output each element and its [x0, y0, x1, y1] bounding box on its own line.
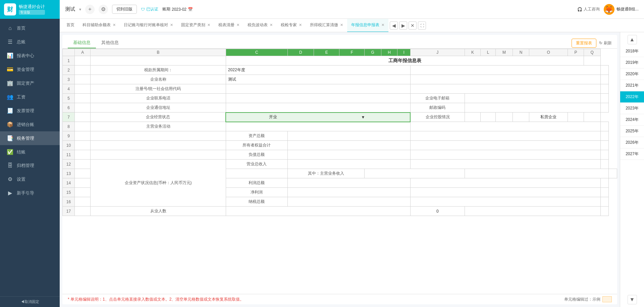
tab-aux-balance[interactable]: 科目辅助余额表 ✕ [78, 19, 120, 32]
tab-close-income-tax[interactable]: ✕ [340, 23, 343, 27]
cell-10c[interactable]: 所有者权益合计 [226, 141, 287, 150]
cell-13q[interactable] [609, 169, 617, 178]
year-scroll-up-btn[interactable]: ▲ [628, 35, 637, 44]
cell-1q[interactable] [584, 56, 600, 65]
tab-close-tax-schedule[interactable]: ✕ [236, 23, 239, 27]
col-header-p[interactable]: P [568, 49, 584, 56]
sidebar-item-reports[interactable]: 📊 报表中心 [0, 49, 60, 62]
cell-8q[interactable] [600, 122, 609, 131]
col-header-m[interactable]: M [496, 49, 513, 56]
col-header-g[interactable]: G [364, 49, 381, 56]
year-item-2020[interactable]: 2020年 [620, 69, 644, 80]
cell-17b[interactable]: 从业人数 [91, 207, 226, 216]
subtab-other[interactable]: 其他信息 [96, 38, 124, 48]
tabbar-close-btn[interactable]: ✕ [409, 21, 417, 30]
cell-9d[interactable] [287, 131, 410, 141]
cell-15j[interactable] [410, 188, 600, 197]
cell-5c[interactable] [226, 94, 410, 103]
cell-6b[interactable]: 企业通信地址 [91, 103, 226, 113]
year-item-2024[interactable]: 2024年 [620, 114, 644, 126]
cell-17a[interactable] [75, 207, 91, 216]
cell-17j[interactable]: 0 [410, 207, 465, 216]
cell-7m[interactable] [496, 113, 513, 122]
year-item-2026[interactable]: 2026年 [620, 137, 644, 148]
topbar-settings-btn[interactable]: ⚙ [99, 5, 108, 14]
col-header-e[interactable]: E [314, 49, 339, 56]
cell-9a[interactable] [75, 131, 91, 141]
tab-tax-fluctuation[interactable]: 税负波动表 ✕ [244, 19, 277, 32]
cell-13j[interactable] [465, 169, 608, 178]
cell-9j[interactable] [410, 131, 600, 141]
sidebar-collapse-btn[interactable]: ◀取消固定 [0, 296, 60, 307]
cell-7n[interactable] [513, 113, 529, 122]
col-header-k[interactable]: K [465, 49, 480, 56]
col-header-q[interactable]: Q [584, 49, 600, 56]
tab-tax-expert[interactable]: 税检专家 ✕ [277, 19, 306, 32]
cell-6c[interactable] [226, 103, 410, 113]
cell-11c[interactable]: 负债总额 [226, 150, 287, 160]
refresh-btn[interactable]: ↻ 刷新 [599, 40, 612, 46]
topbar-add-btn[interactable]: ＋ [85, 5, 95, 14]
cell-2b[interactable]: 税款所属期间： [91, 65, 226, 75]
cell-13a[interactable] [75, 169, 91, 178]
cell-5b[interactable]: 企业联系电话 [91, 94, 226, 103]
tab-home[interactable]: 首页 [62, 19, 78, 32]
cell-10d[interactable] [287, 141, 410, 150]
cell-4c[interactable] [226, 84, 410, 94]
sidebar-item-settle[interactable]: ✅ 结账 [0, 145, 60, 159]
year-item-2019[interactable]: 2019年 [620, 57, 644, 69]
cell-1a[interactable] [75, 56, 91, 65]
cell-16c[interactable]: 纳税总额 [226, 197, 287, 207]
year-item-2022[interactable]: 2022年 [620, 91, 644, 103]
cell-17c[interactable] [226, 207, 410, 216]
cell-5j[interactable]: 企业电子邮箱 [410, 94, 465, 103]
cell-4b[interactable]: 注册号/统一社会信用代码 [91, 84, 226, 94]
sidebar-item-finance[interactable]: 💳 资金管理 [0, 62, 60, 76]
cell-9b[interactable] [91, 131, 226, 141]
sidebar-item-archive[interactable]: 🗄 归档管理 [0, 159, 60, 172]
col-header-c[interactable]: C [226, 49, 287, 56]
tab-income-tax[interactable]: 所得税汇算清缴 ✕ [306, 19, 347, 32]
cell-8b[interactable]: 主营业务活动 [91, 122, 226, 131]
cell-3a[interactable] [75, 75, 91, 84]
calendar-icon[interactable]: 📅 [188, 7, 193, 12]
col-header-n[interactable]: N [513, 49, 529, 56]
sidebar-item-fixed[interactable]: 🏢 固定资产 [0, 76, 60, 90]
cell-17q[interactable] [600, 207, 609, 216]
topbar-service-btn[interactable]: 🎧 人工咨询 [577, 6, 600, 12]
cell-13g[interactable] [364, 169, 465, 178]
cell-16j[interactable] [410, 197, 600, 207]
cell-8j[interactable] [410, 122, 600, 131]
year-item-2018[interactable]: 2018年 [620, 46, 644, 57]
sidebar-item-tax[interactable]: 📑 税务管理 [0, 131, 60, 145]
cell-14a[interactable] [75, 178, 91, 188]
cell-13d[interactable]: 其中：主营业务收入 [287, 169, 364, 178]
cell-3b[interactable]: 企业名称 [91, 75, 226, 84]
cell-2c[interactable]: 2022年度 [226, 65, 410, 75]
cell-11q[interactable] [600, 150, 609, 160]
col-header-j[interactable]: J [410, 49, 465, 56]
cell-10q[interactable] [600, 141, 609, 150]
col-header-i[interactable]: I [397, 49, 411, 56]
cell-7j[interactable]: 企业控股情况 [410, 113, 465, 122]
cell-7q[interactable] [584, 113, 600, 122]
tab-close-journal-bank[interactable]: ✕ [170, 23, 173, 27]
col-header-b[interactable]: B [91, 49, 226, 56]
cell-12q[interactable] [600, 160, 609, 169]
cell-5k[interactable] [465, 94, 600, 103]
year-item-2027[interactable]: 2027年 [620, 148, 644, 160]
cell-7c[interactable]: 开业 ▼ [226, 113, 410, 122]
sidebar-item-settings[interactable]: ⚙ 设置 [0, 172, 60, 186]
col-header-d[interactable]: D [287, 49, 314, 56]
cell-14c[interactable]: 利润总额 [226, 178, 287, 188]
cell-12b[interactable]: 企业资产状况信息(币种：人民币万元) [91, 160, 226, 207]
cell-11d[interactable] [287, 150, 410, 160]
col-header-o[interactable]: O [529, 49, 568, 56]
cell-16a[interactable] [75, 197, 91, 207]
col-header-f[interactable]: F [339, 49, 364, 56]
cell-3j[interactable] [410, 75, 600, 84]
cell-1c[interactable]: 工商年报信息表 [226, 56, 584, 65]
cell-13c[interactable] [226, 169, 287, 178]
sidebar-item-stock[interactable]: 📦 进销台账 [0, 118, 60, 131]
cell-12d[interactable] [287, 160, 410, 169]
